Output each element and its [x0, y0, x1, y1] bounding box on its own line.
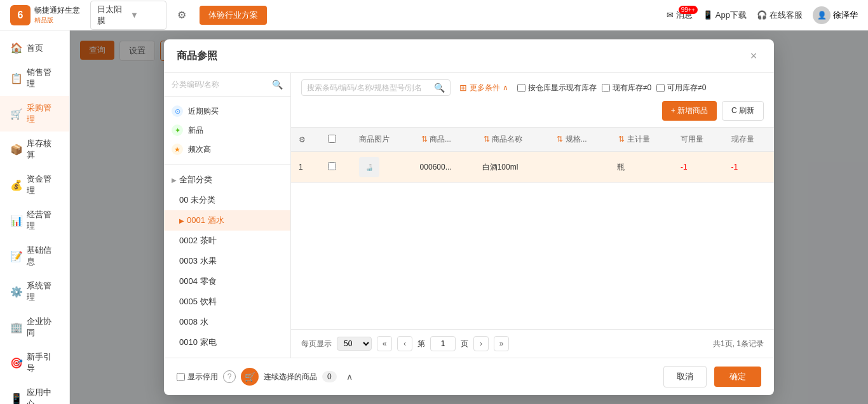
help-button[interactable]: ?	[223, 370, 236, 383]
sidebar-label-enterprise: 企业协同	[27, 316, 59, 339]
product-table-area: ⚙ 商品图片	[291, 128, 774, 329]
product-toolbar: 🔍 ⊞ 更多条件 ∧ 按仓库显示现有库存	[291, 73, 774, 128]
content-area: 查询 设置 刷新 商品参照 × 🔍	[70, 30, 868, 404]
category-item-0008[interactable]: 0008 水	[164, 312, 290, 332]
finance-icon: 💰	[10, 179, 22, 191]
sidebar-item-sales[interactable]: 📋 销售管理	[0, 60, 69, 96]
avatar: 👤	[813, 6, 831, 24]
modal-header: 商品参照 ×	[164, 39, 774, 73]
current-stock-checkbox[interactable]: 现有库存≠0	[602, 83, 651, 93]
select-all-checkbox[interactable]	[328, 135, 336, 143]
tree-expand-0001: ▶	[179, 217, 184, 224]
prev-page-button[interactable]: ‹	[397, 336, 412, 351]
sidebar-item-finance[interactable]: 💰 资金管理	[0, 167, 69, 203]
category-search-input[interactable]	[172, 80, 268, 89]
category-item-0003[interactable]: 0003 水果	[164, 251, 290, 271]
quick-freq[interactable]: ★ 频次高	[164, 140, 290, 159]
table-row[interactable]: 1 🍶 000600... 白酒100ml	[291, 152, 774, 183]
enterprise-icon: 🏢	[10, 321, 22, 333]
category-item-0001[interactable]: ▶ 0001 酒水	[164, 210, 290, 231]
message-icon: ✉	[667, 10, 674, 20]
category-item-all[interactable]: ▶ 全部分类	[164, 170, 290, 190]
recent-icon: ⊙	[172, 105, 183, 117]
first-page-button[interactable]: «	[377, 336, 392, 351]
cancel-button[interactable]: 取消	[663, 366, 707, 387]
system-icon: ⚙️	[10, 286, 22, 298]
footer-left: 显示停用 ? 🛒 连续选择的商品 0 ∧	[177, 368, 656, 386]
headset-icon: 🎧	[757, 10, 767, 20]
quick-recent[interactable]: ⊙ 近期购买	[164, 102, 290, 121]
sidebar-label-purchase: 采购管理	[27, 102, 59, 125]
show-disabled-checkbox[interactable]: 显示停用	[177, 372, 218, 382]
row-available: -1	[673, 152, 723, 183]
sidebar-item-operation[interactable]: 📊 经营管理	[0, 203, 69, 238]
store-selector[interactable]: 日太阳膜 ▼	[90, 1, 166, 30]
row-spec	[548, 152, 609, 183]
product-image: 🍶	[359, 157, 379, 177]
disabled-checkbox-input[interactable]	[177, 373, 185, 381]
logo-text: 畅捷通好生意 精品版	[34, 6, 80, 24]
filter-icon: ⊞	[459, 83, 467, 93]
toolbar-right: + 新增商品 C 刷新	[662, 101, 764, 121]
sidebar-item-guide[interactable]: 🎯 新手引导	[0, 345, 69, 380]
col-code-header[interactable]: ⇅ 商品...	[412, 128, 475, 152]
refresh-list-button[interactable]: C 刷新	[722, 101, 764, 121]
product-search-icon[interactable]: 🔍	[434, 83, 445, 93]
online-service-button[interactable]: 🎧 在线客服	[757, 10, 803, 21]
message-badge: 99++	[679, 6, 698, 14]
col-gear: ⚙	[291, 128, 320, 152]
col-unit-header[interactable]: ⇅ 主计量	[609, 128, 673, 152]
sidebar-item-system[interactable]: ⚙️ 系统管理	[0, 274, 69, 309]
category-item-0002[interactable]: 0002 茶叶	[164, 231, 290, 251]
category-item-0005[interactable]: 0005 饮料	[164, 292, 290, 312]
per-page-select[interactable]: 50 20 100	[337, 337, 372, 351]
sidebar-item-appcenter[interactable]: 📱 应用中心	[0, 380, 69, 404]
page-number-input[interactable]	[430, 336, 456, 351]
more-filter-button[interactable]: ⊞ 更多条件 ∧	[456, 80, 512, 96]
message-button[interactable]: ✉ 消息 99++	[667, 10, 693, 21]
quick-new-label: 新品	[188, 125, 203, 136]
app-download-button[interactable]: 📱 App下载	[703, 10, 747, 21]
user-profile[interactable]: 👤 徐泽华	[813, 6, 858, 24]
collapse-footer-button[interactable]: ∧	[342, 369, 357, 384]
table-gear-icon[interactable]: ⚙	[299, 135, 306, 144]
logo-icon: 6	[10, 5, 31, 25]
sidebar-item-home[interactable]: 🏠 首页	[0, 36, 69, 60]
category-item-0010[interactable]: 0010 家电	[164, 332, 290, 353]
sidebar-item-inventory[interactable]: 📦 库存核算	[0, 131, 69, 167]
row-checkbox	[320, 152, 351, 183]
last-page-button[interactable]: »	[494, 336, 509, 351]
sidebar-item-enterprise[interactable]: 🏢 企业协同	[0, 309, 69, 345]
category-search-icon[interactable]: 🔍	[272, 79, 283, 90]
modal-close-button[interactable]: ×	[746, 48, 761, 64]
product-search-input[interactable]	[307, 83, 434, 92]
modal-title: 商品参照	[177, 50, 217, 63]
sidebar-item-basic[interactable]: 📝 基础信息	[0, 238, 69, 274]
cart-count-badge: 0	[322, 371, 337, 382]
product-reference-modal: 商品参照 × 🔍 ⊙	[164, 39, 774, 395]
warehouse-checkbox-input[interactable]	[517, 84, 526, 92]
freq-icon: ★	[172, 144, 183, 155]
pagination-bar: 每页显示 50 20 100 « ‹ 第 页 ›	[291, 329, 774, 358]
trial-button[interactable]: 体验行业方案	[200, 6, 267, 25]
sidebar-label-guide: 新手引导	[27, 351, 59, 374]
col-name-header[interactable]: ⇅ 商品名称	[475, 128, 548, 152]
next-page-button[interactable]: ›	[473, 336, 489, 351]
quick-new[interactable]: ✦ 新品	[164, 121, 290, 140]
cart-button[interactable]: 🛒	[241, 368, 259, 386]
available-stock-checkbox[interactable]: 可用库存≠0	[656, 83, 706, 93]
sort-icon: ⇅	[421, 135, 428, 144]
sidebar-label-operation: 经营管理	[27, 209, 59, 232]
current-stock-checkbox-input[interactable]	[602, 84, 610, 92]
available-stock-checkbox-input[interactable]	[656, 84, 665, 92]
settings-icon[interactable]: ⚙	[172, 5, 192, 25]
sidebar-item-purchase[interactable]: 🛒 采购管理	[0, 96, 69, 131]
category-item-00[interactable]: 00 未分类	[164, 190, 290, 210]
row-select-checkbox[interactable]	[328, 162, 336, 170]
col-spec-header[interactable]: ⇅ 规格...	[548, 128, 609, 152]
confirm-button[interactable]: 确定	[714, 367, 761, 387]
add-product-button[interactable]: + 新增商品	[662, 101, 717, 121]
category-item-0004[interactable]: 0004 零食	[164, 271, 290, 292]
basic-icon: 📝	[10, 250, 22, 262]
warehouse-display-checkbox[interactable]: 按仓库显示现有库存	[517, 83, 597, 93]
